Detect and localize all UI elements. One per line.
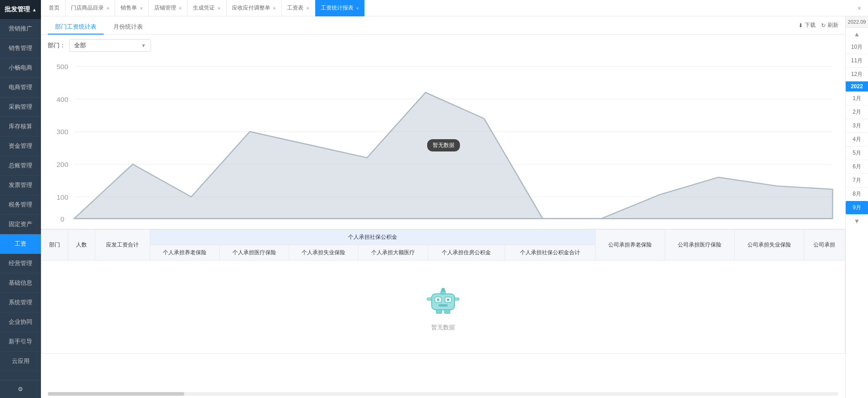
- sidebar-collapse-icon: ▲: [32, 7, 37, 12]
- tab-sales[interactable]: 销售单 ×: [115, 0, 148, 16]
- empty-row: 暂无数据: [41, 260, 845, 353]
- svg-point-17: [441, 288, 445, 292]
- date-down-arrow[interactable]: ▼: [851, 215, 863, 227]
- sidebar-item-xiaochangdianshang[interactable]: 小畅电商: [0, 58, 41, 78]
- date-item-12[interactable]: 12月: [846, 68, 868, 81]
- horizontal-scrollbar[interactable]: [48, 392, 838, 396]
- download-button[interactable]: ⬇ 下载: [798, 21, 816, 29]
- date-item-4[interactable]: 4月: [846, 133, 868, 146]
- content-area: 部门工资统计表 月份统计表 ⬇ 下载 ↻ 刷新: [41, 16, 868, 398]
- date-item-7[interactable]: 7月: [846, 174, 868, 187]
- sidebar-item-jingying[interactable]: 经营管理: [0, 254, 41, 273]
- sidebar-item-shuiwu[interactable]: 税务管理: [0, 195, 41, 215]
- sidebar-header-label: 批发管理: [5, 5, 30, 14]
- date-item-3[interactable]: 3月: [846, 119, 868, 133]
- col-personal-medical: 个人承担医疗保险: [219, 245, 289, 260]
- tab-close-ar-ap[interactable]: ×: [273, 5, 276, 11]
- table-container[interactable]: 部门 人数 应发工资合计 个人承担社保公积金 公司承担养老保险 公司承担医疗保险…: [41, 229, 845, 393]
- tab-bar: 首页 门店商品目录 × 销售单 × 店铺管理 × 生成凭证 × 应收应付调整单 …: [41, 0, 868, 16]
- date-item-2[interactable]: 2月: [846, 106, 868, 119]
- svg-point-23: [447, 298, 449, 301]
- tab-salary-sheet[interactable]: 工资表 ×: [282, 0, 315, 16]
- sidebar-item-xinshou[interactable]: 新手引导: [0, 332, 41, 352]
- sidebar-item-zhangzhang[interactable]: 总账管理: [0, 156, 41, 176]
- sidebar-item-yingxiao[interactable]: 营销推广: [0, 19, 41, 39]
- tab-voucher[interactable]: 生成凭证 ×: [187, 0, 226, 16]
- sidebar-item-yunyingyong[interactable]: 云应用: [0, 352, 41, 371]
- sidebar: 批发管理 ▲ 营销推广 销售管理 小畅电商 电商管理 采购管理 库存核算 资金管…: [0, 0, 41, 398]
- close-all-tabs-button[interactable]: ×: [853, 5, 866, 12]
- sidebar-item-fapiao[interactable]: 发票管理: [0, 176, 41, 195]
- sidebar-item-xiaoshou[interactable]: 销售管理: [0, 39, 41, 58]
- col-total-salary: 应发工资合计: [95, 229, 150, 260]
- sub-tab-monthly[interactable]: 月份统计表: [106, 20, 150, 35]
- col-personal-pension: 个人承担养老保险: [150, 245, 219, 260]
- col-company-other: 公司承担: [804, 229, 845, 260]
- tab-home[interactable]: 首页: [43, 0, 66, 16]
- tab-ar-ap[interactable]: 应收应付调整单 ×: [227, 0, 282, 16]
- col-company-pension: 公司承担养老保险: [595, 229, 665, 260]
- download-icon: ⬇: [798, 22, 803, 29]
- sidebar-item-qiye[interactable]: 企业协同: [0, 312, 41, 332]
- tab-close-voucher[interactable]: ×: [217, 5, 220, 11]
- col-personal-unemp: 个人承担失业保险: [289, 245, 358, 260]
- sidebar-item-dianshang[interactable]: 电商管理: [0, 78, 41, 97]
- chevron-down-icon: ▼: [141, 43, 146, 48]
- tab-close-store-catalog[interactable]: ×: [106, 5, 109, 11]
- svg-point-22: [437, 298, 439, 301]
- chart-area-polygon: [74, 92, 833, 218]
- sub-tab-left: 部门工资统计表 月份统计表: [48, 20, 150, 34]
- date-panel-header: 2022.09: [846, 16, 868, 28]
- date-up-arrow[interactable]: ▲: [851, 28, 863, 40]
- svg-text:0: 0: [61, 216, 65, 222]
- date-item-10[interactable]: 10月: [846, 40, 868, 54]
- date-panel: 2022.09 ▲ 10月 11月 12月 2022 1月 2月 3月 4月 5…: [845, 16, 868, 398]
- svg-text:200: 200: [56, 161, 68, 168]
- sidebar-item-gudingzichan[interactable]: 固定资产: [0, 215, 41, 234]
- sidebar-item-kucun[interactable]: 库存核算: [0, 117, 41, 136]
- tab-close-salary-sheet[interactable]: ×: [306, 5, 309, 11]
- tab-store-catalog[interactable]: 门店商品目录 ×: [66, 0, 115, 16]
- empty-text: 暂无数据: [431, 323, 455, 332]
- tab-close-store-manage[interactable]: ×: [179, 5, 182, 11]
- date-year-2022[interactable]: 2022: [846, 81, 868, 92]
- sidebar-item-xitong[interactable]: 系统管理: [0, 293, 41, 312]
- sidebar-item-jichu[interactable]: 基础信息: [0, 273, 41, 293]
- sub-tab-department[interactable]: 部门工资统计表: [48, 20, 104, 35]
- settings-button[interactable]: ⚙: [0, 380, 41, 398]
- sub-tab-bar: 部门工资统计表 月份统计表 ⬇ 下载 ↻ 刷新: [41, 16, 845, 35]
- date-item-9[interactable]: 9月: [846, 201, 868, 215]
- empty-state: 暂无数据: [46, 264, 840, 350]
- svg-text:500: 500: [56, 63, 68, 70]
- scrollbar-thumb[interactable]: [48, 392, 184, 396]
- col-personal-housing: 个人承担住房公积金: [428, 245, 505, 260]
- sidebar-item-caigou[interactable]: 采购管理: [0, 97, 41, 117]
- refresh-icon: ↻: [821, 22, 826, 29]
- svg-rect-15: [439, 304, 448, 307]
- sidebar-header[interactable]: 批发管理 ▲: [0, 0, 41, 19]
- refresh-button[interactable]: ↻ 刷新: [821, 21, 838, 29]
- department-select[interactable]: 全部 ▼: [69, 39, 151, 52]
- date-item-8[interactable]: 8月: [846, 187, 868, 201]
- date-item-5[interactable]: 5月: [846, 146, 868, 160]
- tab-close-sales[interactable]: ×: [140, 5, 142, 11]
- svg-text:100: 100: [56, 194, 68, 201]
- page-content: 部门工资统计表 月份统计表 ⬇ 下载 ↻ 刷新: [41, 16, 845, 398]
- sidebar-item-gongzi[interactable]: 工资: [0, 234, 41, 254]
- sidebar-item-zijin[interactable]: 资金管理: [0, 136, 41, 156]
- col-group-personal: 个人承担社保公积金: [150, 229, 595, 245]
- date-item-1[interactable]: 1月: [846, 92, 868, 106]
- col-company-medical: 公司承担医疗保险: [665, 229, 735, 260]
- col-department: 部门: [41, 229, 68, 260]
- salary-chart: 500 400 300 200 100 0: [48, 61, 838, 224]
- date-item-6[interactable]: 6月: [846, 160, 868, 174]
- tab-close-salary-report[interactable]: ×: [356, 5, 359, 11]
- tab-store-manage[interactable]: 店铺管理 ×: [149, 0, 187, 16]
- sub-tab-actions: ⬇ 下载 ↻ 刷新: [798, 21, 838, 33]
- close-all-icon: ×: [858, 5, 861, 12]
- tab-salary-report[interactable]: 工资统计报表 ×: [315, 0, 365, 16]
- svg-rect-20: [436, 310, 442, 313]
- date-item-11[interactable]: 11月: [846, 54, 868, 68]
- department-filter-label: 部门：: [48, 41, 66, 50]
- main-area: 首页 门店商品目录 × 销售单 × 店铺管理 × 生成凭证 × 应收应付调整单 …: [41, 0, 868, 398]
